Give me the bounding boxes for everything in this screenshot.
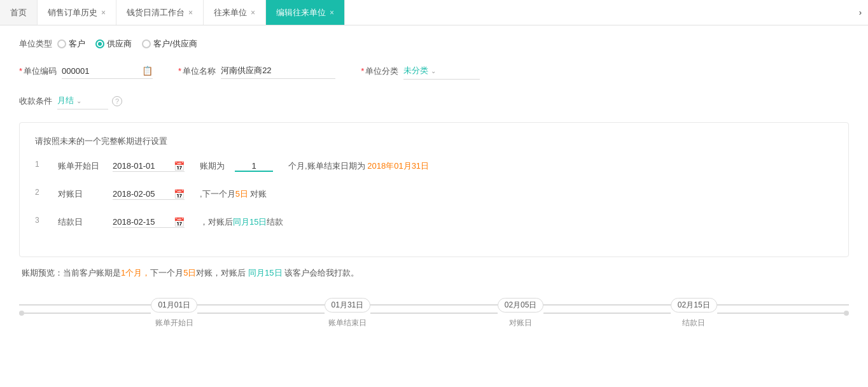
preview-highlight3: 同月15日 [248,268,282,278]
timeline-badge-1: 01月31日 [325,298,371,313]
tab-edit-partner[interactable]: 编辑往来单位 × [266,0,345,25]
period-row-1-post-label: 个月,账单结束日期为 2018年01月31日 [288,160,429,172]
payment-select[interactable]: 月结 ⌄ [57,92,108,109]
timeline-nodes: 01月01日 账单开始日 01月31日 账单结束日 02月05日 对账日 02月… [19,298,849,328]
period-reconcile-calendar-icon[interactable]: 📅 [174,189,185,199]
unit-class-select[interactable]: 未分类 ⌄ [403,62,480,80]
close-tab-cash-work[interactable]: × [188,9,193,17]
period-payment-date-input[interactable] [113,217,170,227]
unit-code-input-wrapper: 📋 [62,64,153,79]
preview-highlight2: 5日 [183,268,196,278]
period-row-2-highlight: 5日 [235,189,248,199]
main-content: 单位类型 客户 供应商 客户/供应商 * 单位编码 [0,25,868,387]
tab-partner-unit[interactable]: 往来单位 × [204,0,266,25]
unit-class-required: * [361,66,364,76]
period-payment-date-input-wrapper: 📅 [113,217,185,228]
period-row-2-num: 2 [35,188,48,201]
unit-name-required: * [178,66,181,76]
timeline-badge-2: 02月05日 [498,298,544,313]
preview-highlight1: 1个月， [121,268,150,278]
timeline-end-dot [844,311,849,316]
period-month-input[interactable] [235,161,273,172]
timeline-node-2: 02月05日 对账日 [498,298,544,328]
period-row-1-num: 1 [35,160,48,172]
period-row-3-label: 结款日 [58,216,102,228]
period-row-3: 3 结款日 📅 ，对账后同月15日结款 [35,216,833,229]
timeline-label-2: 对账日 [509,318,532,328]
period-row-1: 1 账单开始日 📅 账期为 个月,账单结束日期为 2018年01月31日 [35,160,833,172]
payment-chevron-icon: ⌄ [76,97,81,104]
timeline-badge-3: 02月15日 [671,298,717,313]
tab-cash-work[interactable]: 钱货日清工作台 × [116,0,204,25]
timeline-container: 01月01日 账单开始日 01月31日 账单结束日 02月05日 对账日 02月… [19,292,849,335]
tab-home[interactable]: 首页 [0,0,38,25]
timeline-seg-2 [370,313,497,314]
unit-type-field: 单位类型 客户 供应商 客户/供应商 [19,38,197,50]
timeline-node-0: 01月01日 账单开始日 [151,298,197,328]
period-row-2-label: 对账日 [58,188,102,200]
payment-value: 月结 [57,95,74,106]
period-title: 请按照未来的一个完整帐期进行设置 [35,136,833,147]
tab-sales-order[interactable]: 销售订单历史 × [38,0,116,25]
unit-type-row: 单位类型 客户 供应商 客户/供应商 [19,38,849,50]
timeline-badge-0: 01月01日 [151,298,197,313]
radio-supplier-circle [95,39,104,48]
period-row-2: 2 对账日 📅 ,下一个月5日 对账 [35,188,833,201]
timeline-seg-0 [24,313,151,314]
radio-both[interactable]: 客户/供应商 [142,38,197,50]
period-settings-box: 请按照未来的一个完整帐期进行设置 1 账单开始日 📅 账期为 个月,账单结束日期… [19,122,849,257]
period-row-3-highlight: 同月15日 [233,217,267,227]
radio-customer[interactable]: 客户 [57,38,85,50]
period-start-date-input[interactable] [113,161,170,171]
unit-code-required: * [19,66,22,76]
timeline-seg-3 [543,313,670,314]
close-tab-partner-unit[interactable]: × [251,9,255,17]
radio-supplier[interactable]: 供应商 [95,38,132,50]
period-row-1-label: 账单开始日 [58,160,102,172]
unit-class-value: 未分类 [403,65,428,76]
timeline-seg-4 [717,313,844,314]
unit-code-input[interactable] [62,64,138,78]
timeline-node-1: 01月31日 账单结束日 [325,298,371,328]
period-reconcile-date-input-wrapper: 📅 [113,189,185,200]
chevron-down-icon: ⌄ [431,67,436,74]
timeline-node-3: 02月15日 结款日 [671,298,717,328]
unit-class-field: * 单位分类 未分类 ⌄ [361,62,480,80]
tab-bar: 首页 销售订单历史 × 钱货日清工作台 × 往来单位 × 编辑往来单位 × › [0,0,868,25]
timeline-label-3: 结款日 [682,318,705,328]
timeline-start-dot [19,311,24,316]
unit-code-copy-icon[interactable]: 📋 [142,66,153,76]
chevron-right-icon: › [859,8,862,17]
payment-row: 收款条件 月结 ⌄ ? [19,92,849,109]
payment-field: 收款条件 月结 ⌄ ? [19,92,122,109]
radio-both-circle [142,39,151,48]
period-row-3-num: 3 [35,216,48,229]
payment-help-icon[interactable]: ? [112,96,122,106]
period-end-date-highlight: 2018年01月31日 [367,161,429,171]
period-month-input-wrapper [235,161,273,172]
preview-text: 账期预览：当前客户账期是1个月，下一个月5日对账，对账后 同月15日 该客户会给… [19,267,849,279]
period-start-calendar-icon[interactable]: 📅 [174,161,185,171]
radio-customer-circle [57,39,66,48]
unit-name-label: 单位名称 [183,66,216,77]
payment-label: 收款条件 [19,95,52,107]
unit-type-label: 单位类型 [19,38,52,50]
period-start-date-input-wrapper: 📅 [113,161,185,172]
tab-more-button[interactable]: › [853,0,868,25]
timeline-seg-1 [197,313,324,314]
period-reconcile-date-input[interactable] [113,189,170,199]
unit-code-label: 单位编码 [24,66,57,77]
period-row-1-pre-label: 账期为 [200,160,225,172]
period-row-3-suffix: ，对账后同月15日结款 [200,216,283,228]
timeline-label-1: 账单结束日 [328,318,367,328]
unit-name-field: * 单位名称 [178,64,335,79]
unit-code-field: * 单位编码 📋 [19,64,153,79]
timeline-label-0: 账单开始日 [155,318,193,328]
unit-info-row: * 单位编码 📋 * 单位名称 * 单位分类 未分类 ⌄ [19,62,849,80]
period-payment-calendar-icon[interactable]: 📅 [174,217,185,227]
close-tab-edit-partner[interactable]: × [330,9,334,17]
unit-name-input[interactable] [221,64,335,79]
period-row-2-suffix: ,下一个月5日 对账 [200,188,267,200]
close-tab-sales-order[interactable]: × [101,9,106,17]
unit-class-label: 单位分类 [365,66,398,77]
